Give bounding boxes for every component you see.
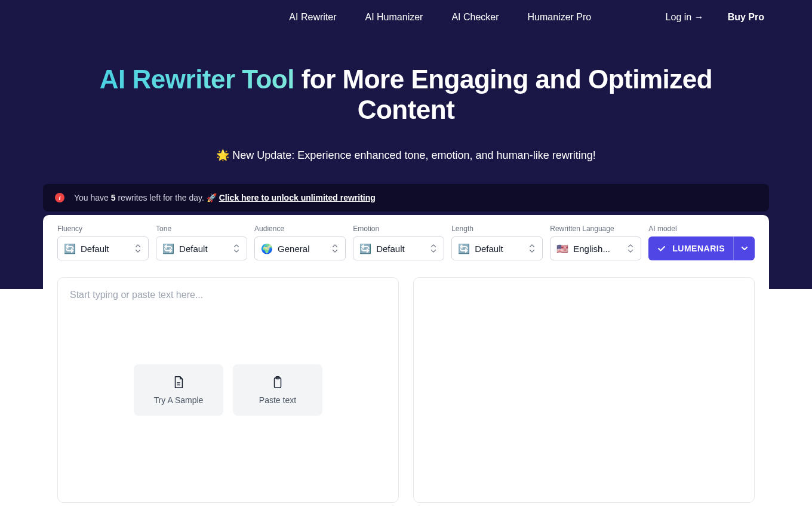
language-select[interactable]: 🇺🇸 English... [550,236,641,260]
fluency-control: Fluency 🔄 Default [57,225,149,260]
paste-text-button[interactable]: Paste text [233,364,322,416]
pane-buttons: Try A Sample Paste text [134,364,322,416]
emotion-value: Default [376,244,405,254]
length-control: Length 🔄 Default [451,225,543,260]
language-label: Rewritten Language [550,225,641,233]
audience-value: General [278,244,309,254]
nav-link-humanizer[interactable]: AI Humanizer [365,12,423,23]
info-icon: i [55,193,64,202]
page-title: AI Rewriter Tool for More Engaging and O… [72,64,740,125]
model-value: LUMENARIS [672,244,725,253]
document-icon [172,375,185,389]
chevron-updown-icon [232,243,241,254]
emotion-control: Emotion 🔄 Default [353,225,444,260]
text-areas: Start typing or paste text here... Try A… [57,277,755,503]
notice-post: rewrites left for the day. 🚀 [116,193,219,202]
nav-link-humanizer-pro[interactable]: Humanizer Pro [528,12,592,23]
nav-link-checker[interactable]: AI Checker [451,12,499,23]
login-link[interactable]: Log in → [666,12,704,23]
fluency-label: Fluency [57,225,149,233]
controls-row: Fluency 🔄 Default Tone 🔄 Default Audienc… [57,225,755,260]
emotion-select[interactable]: 🔄 Default [353,236,444,260]
model-control: AI model LUMENARIS [648,225,755,260]
buy-pro-link[interactable]: Buy Pro [728,12,764,23]
chevron-updown-icon [626,243,635,254]
chevron-updown-icon [528,243,536,254]
nav-right: Log in → Buy Pro [666,12,764,23]
flag-us-icon: 🇺🇸 [556,243,568,254]
chevron-updown-icon [134,243,142,254]
nav-center: AI Rewriter AI Humanizer AI Checker Huma… [289,12,591,23]
language-control: Rewritten Language 🇺🇸 English... [550,225,641,260]
clipboard-icon [271,375,284,389]
tool-wrapper: i You have 5 rewrites left for the day. … [43,184,769,513]
length-value: Default [475,244,503,254]
model-label: AI model [648,225,755,233]
top-nav: AI Rewriter AI Humanizer AI Checker Huma… [0,0,812,35]
length-label: Length [451,225,543,233]
audience-label: Audience [254,225,346,233]
model-button[interactable]: LUMENARIS [648,236,733,260]
tone-select[interactable]: 🔄 Default [156,236,247,260]
tone-label: Tone [156,225,247,233]
fluency-value: Default [81,244,109,254]
quota-notice: i You have 5 rewrites left for the day. … [43,184,769,211]
nav-link-rewriter[interactable]: AI Rewriter [289,12,336,23]
model-button-group: LUMENARIS [648,236,755,260]
tone-value: Default [179,244,208,254]
input-pane[interactable]: Start typing or paste text here... Try A… [57,277,399,503]
try-sample-button[interactable]: Try A Sample [134,364,223,416]
tool-panel: Fluency 🔄 Default Tone 🔄 Default Audienc… [43,215,769,513]
globe-icon: 🌍 [261,243,273,254]
notice-text: You have 5 rewrites left for the day. 🚀 … [74,193,376,202]
notice-count: 5 [111,193,116,202]
input-placeholder: Start typing or paste text here... [70,290,203,300]
audience-control: Audience 🌍 General [254,225,346,260]
title-gradient: AI Rewriter Tool [100,64,294,94]
chevron-updown-icon [331,243,339,254]
refresh-icon: 🔄 [162,243,174,254]
model-dropdown[interactable] [733,236,755,260]
hero-subtitle: 🌟 New Update: Experience enhanced tone, … [72,149,740,162]
output-pane [413,277,755,503]
refresh-icon: 🔄 [359,243,371,254]
tone-control: Tone 🔄 Default [156,225,247,260]
chevron-down-icon [740,244,749,253]
audience-select[interactable]: 🌍 General [254,236,346,260]
title-rest: for More Engaging and Optimized Content [294,64,712,124]
emotion-label: Emotion [353,225,444,233]
chevron-updown-icon [429,243,438,254]
length-select[interactable]: 🔄 Default [451,236,543,260]
hero-content: AI Rewriter Tool for More Engaging and O… [0,64,812,162]
check-icon [657,244,666,253]
try-sample-label: Try A Sample [154,395,204,405]
unlock-link[interactable]: Click here to unlock unlimited rewriting [219,193,376,202]
fluency-select[interactable]: 🔄 Default [57,236,149,260]
refresh-icon: 🔄 [458,243,470,254]
refresh-icon: 🔄 [64,243,76,254]
paste-text-label: Paste text [259,395,296,405]
notice-pre: You have [74,193,111,202]
language-value: English... [573,244,610,254]
